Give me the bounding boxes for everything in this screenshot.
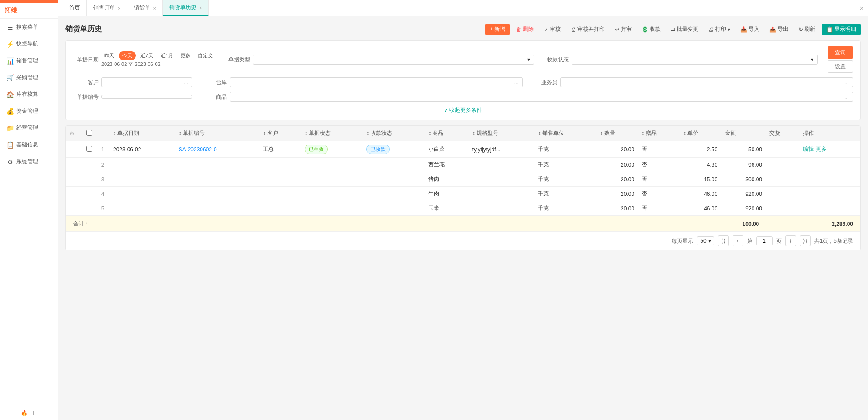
row-checkbox[interactable] xyxy=(82,141,96,158)
page-suffix: 页 xyxy=(776,237,782,245)
sidebar-item-sys-mgmt[interactable]: ⚙ 系统管理 xyxy=(0,153,58,170)
sidebar-item-fund-mgmt[interactable]: 💰 资金管理 xyxy=(0,103,58,120)
col-spec-label: ↕ 规格型号 xyxy=(472,130,498,136)
col-collectstatus[interactable]: ↕ 收款状态 xyxy=(363,126,425,141)
tab-sales-order-close[interactable]: × xyxy=(118,5,120,11)
sidebar-item-search-menu[interactable]: ☰ 搜索菜单 xyxy=(0,19,58,35)
print-button[interactable]: 🖨 打印 ▾ xyxy=(705,24,734,35)
collapse-button[interactable]: ∧ 收起更多条件 xyxy=(73,106,853,114)
col-date[interactable]: ↕ 单据日期 xyxy=(110,126,175,141)
tab-sales-goods[interactable]: 销货单 × xyxy=(127,0,162,16)
sidebar-pause-icon[interactable]: ⏸ xyxy=(31,410,37,416)
refresh-button[interactable]: ↻ 刷新 xyxy=(795,24,819,35)
collect-button[interactable]: 💲 收款 xyxy=(638,24,664,35)
delete-icon: 🗑 xyxy=(516,26,522,33)
filter-docnum-input[interactable] xyxy=(101,95,192,99)
delete-button[interactable]: 🗑 删除 xyxy=(512,24,537,35)
tab-home[interactable]: 首页 xyxy=(63,0,87,16)
date-btn-1month[interactable]: 近1月 xyxy=(158,51,176,60)
import-button[interactable]: 📥 导入 xyxy=(737,24,763,35)
row-docnum xyxy=(175,201,260,216)
action-link-0[interactable]: 编辑 xyxy=(803,146,814,152)
col-unit-label: ↕ 销售单位 xyxy=(538,130,564,136)
sidebar-item-purchase-mgmt[interactable]: 🛒 采购管理 xyxy=(0,69,58,86)
col-price[interactable]: ↕ 单价 xyxy=(680,126,722,141)
row-checkbox[interactable] xyxy=(82,172,96,187)
batch-change-icon: ⇄ xyxy=(671,26,675,33)
row-checkbox[interactable] xyxy=(82,158,96,172)
prev-page-button[interactable]: ⟨ xyxy=(733,235,743,246)
col-gift[interactable]: ↕ 赠品 xyxy=(638,126,680,141)
col-spec[interactable]: ↕ 规格型号 xyxy=(469,126,535,141)
table-row: 1 2023-06-02 SA-20230602-0 王总 已生效 已收款 小白… xyxy=(66,141,860,158)
batch-change-button[interactable]: ⇄ 批量变更 xyxy=(667,24,702,35)
sidebar-item-base-info[interactable]: 📋 基础信息 xyxy=(0,136,58,153)
filter-warehouse-input[interactable]: ... xyxy=(230,77,523,87)
row-spec: tyjytjytyjdf... xyxy=(469,141,535,158)
export-button[interactable]: 📤 导出 xyxy=(766,24,792,35)
row-qty: 20.00 xyxy=(597,172,638,187)
col-qty[interactable]: ↕ 数量 xyxy=(597,126,638,141)
per-page-select[interactable]: 50 ▾ xyxy=(697,236,714,245)
row-customer xyxy=(259,187,301,201)
sidebar-item-quick-nav[interactable]: ⚡ 快捷导航 xyxy=(0,35,58,52)
doc-num-link[interactable]: SA-20230602-0 xyxy=(179,146,217,153)
date-btn-yesterday[interactable]: 昨天 xyxy=(101,51,117,60)
col-unit[interactable]: ↕ 销售单位 xyxy=(534,126,596,141)
row-checkbox[interactable] xyxy=(82,201,96,216)
col-docstatus[interactable]: ↕ 单据状态 xyxy=(301,126,363,141)
date-btn-7days[interactable]: 近7天 xyxy=(138,51,156,60)
sidebar-item-sales-mgmt[interactable]: 📊 销售管理 xyxy=(0,52,58,69)
date-btn-custom[interactable]: 自定义 xyxy=(195,51,216,60)
show-detail-button[interactable]: 📋 显示明细 xyxy=(822,24,861,35)
collect-icon: 💲 xyxy=(642,26,648,33)
select-all-checkbox[interactable] xyxy=(86,130,92,136)
query-button[interactable]: 查询 xyxy=(828,46,853,59)
col-gear[interactable]: ⚙ xyxy=(66,126,82,141)
pagination: 每页显示 50 ▾ ⟨⟨ ⟨ 第 页 ⟩ ⟩⟩ 共1页，5条记录 xyxy=(66,231,860,250)
filter-collect-select[interactable]: ▾ xyxy=(572,55,818,65)
filter-type-select[interactable]: ▾ xyxy=(253,55,534,65)
row-date xyxy=(110,201,175,216)
sidebar-fire-icon[interactable]: 🔥 xyxy=(21,410,28,416)
row-gear xyxy=(66,141,82,158)
date-btn-today[interactable]: 今天 xyxy=(119,51,136,60)
tab-sales-goods-close[interactable]: × xyxy=(153,5,156,11)
table-settings-icon[interactable]: ⚙ xyxy=(70,130,75,137)
next-page-button[interactable]: ⟩ xyxy=(785,235,796,246)
abandon-button[interactable]: ↩ 弃审 xyxy=(611,24,635,35)
sidebar-item-ops-mgmt[interactable]: 📁 经营管理 xyxy=(0,120,58,136)
settings-button[interactable]: 设置 xyxy=(828,60,853,73)
date-btn-more[interactable]: 更多 xyxy=(178,51,193,60)
audit-button[interactable]: ✓ 审核 xyxy=(540,24,564,35)
row-select-checkbox[interactable] xyxy=(86,146,92,152)
col-customer[interactable]: ↕ 客户 xyxy=(259,126,301,141)
col-goods[interactable]: ↕ 商品 xyxy=(425,126,469,141)
table-row: 2 西兰花 千克 20.00 否 4.80 96.00 xyxy=(66,158,860,172)
col-amount[interactable]: 金额 xyxy=(721,126,766,141)
footer-total-amount: 2,286.00 xyxy=(832,221,853,227)
row-actions xyxy=(799,187,860,201)
new-button[interactable]: + 新增 xyxy=(485,24,510,35)
action-link-1[interactable]: 更多 xyxy=(816,146,827,152)
sales-mgmt-icon: 📊 xyxy=(6,57,14,65)
col-checkbox[interactable] xyxy=(82,126,96,141)
tab-sales-history[interactable]: 销货单历史 × xyxy=(163,0,209,16)
tab-sales-goods-label: 销货单 xyxy=(134,4,150,12)
row-price: 46.00 xyxy=(680,201,722,216)
filter-customer-input[interactable]: ... xyxy=(101,77,192,87)
sidebar-item-stock-calc[interactable]: 🏠 库存核算 xyxy=(0,86,58,103)
row-unit: 千克 xyxy=(534,187,596,201)
first-page-button[interactable]: ⟨⟨ xyxy=(718,235,729,246)
row-checkbox[interactable] xyxy=(82,187,96,201)
audit-print-button[interactable]: 🖨 审核并打印 xyxy=(567,24,608,35)
filter-staff-input[interactable]: ... xyxy=(560,77,853,87)
tab-sales-order[interactable]: 销售订单 × xyxy=(87,0,127,16)
page-number-input[interactable] xyxy=(756,236,773,245)
last-page-button[interactable]: ⟩⟩ xyxy=(800,235,811,246)
tabs-close-all[interactable]: × xyxy=(860,5,863,12)
filter-goods-input[interactable]: ... xyxy=(230,92,853,102)
row-price: 46.00 xyxy=(680,187,722,201)
tab-sales-history-close[interactable]: × xyxy=(199,5,202,10)
col-docnum[interactable]: ↕ 单据编号 xyxy=(175,126,260,141)
